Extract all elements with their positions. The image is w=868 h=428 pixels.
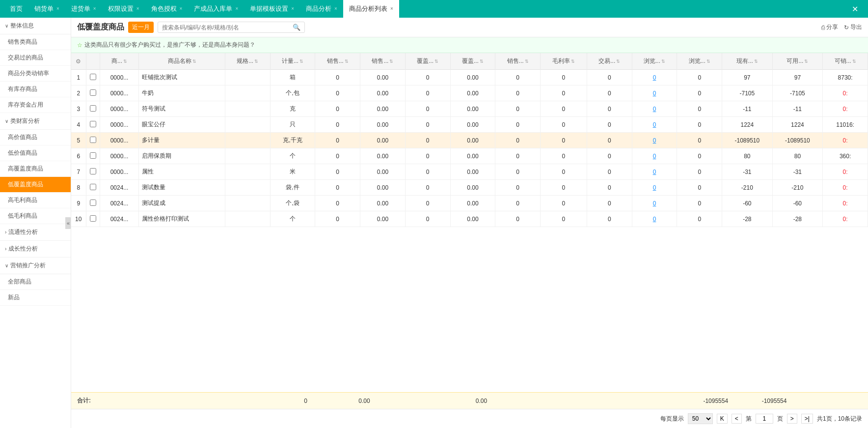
table-row: 8 0024... 测试数量 袋,件 0 0.00 0 0.00 0 0 0 0… [71,180,868,196]
row-spec [225,101,270,117]
row-browse1[interactable]: 0 [632,70,677,86]
close-icon[interactable]: × [235,0,238,18]
close-icon[interactable]: × [291,0,294,18]
close-icon[interactable]: × [93,0,96,18]
row-checkbox[interactable] [86,133,100,148]
unit-col-header[interactable]: 计量...⇅ [270,53,315,70]
sidebar-item-low-gross[interactable]: 低毛利商品 [0,208,71,224]
sales3-col-header[interactable]: 销售...⇅ [495,53,541,70]
row-sales3: 0 [495,148,541,164]
spec-col-header[interactable]: 规格...⇅ [225,53,270,70]
code-col-header[interactable]: 商...⇅ [100,53,139,70]
close-icon[interactable]: × [180,0,183,18]
sidebar-section-abundance[interactable]: ∨ 类财富分析 [0,113,71,130]
sales2-col-header[interactable]: 销售...⇅ [360,53,406,70]
row-browse1[interactable]: 0 [632,164,677,180]
nav-template-settings[interactable]: 单据模板设置 × [244,0,300,18]
nav-product-analysis[interactable]: 商品分析 × [300,0,343,18]
sidebar-collapse-button[interactable]: « [65,217,71,229]
saleable-col-header[interactable]: 可销...⇅ [823,53,868,70]
row-browse1[interactable]: 0 [632,211,677,227]
row-browse1[interactable]: 0 [632,196,677,211]
window-close-button[interactable]: ✕ [846,4,864,14]
row-browse1[interactable]: 0 [632,101,677,117]
nav-product-analysis-list[interactable]: 商品分析列表 × [343,0,399,18]
row-checkbox[interactable] [86,117,100,133]
settings-icon[interactable]: ⚙ [76,58,81,65]
browse1-col-header[interactable]: 浏览...⇅ [632,53,677,70]
share-button[interactable]: ⎙ 分享 [821,23,838,31]
nav-permissions[interactable]: 权限设置 × [102,0,145,18]
close-icon[interactable]: × [390,0,393,18]
row-checkbox[interactable] [86,211,100,227]
sidebar-item-low-coverage[interactable]: 低覆盖度商品 [0,177,71,193]
row-cover2: 0.00 [450,148,495,164]
row-checkbox[interactable] [86,86,100,101]
close-icon[interactable]: × [334,0,337,18]
row-code: 0000... [100,133,139,148]
row-checkbox[interactable] [86,196,100,211]
row-cover2: 0.00 [450,180,495,196]
row-checkbox[interactable] [86,101,100,117]
nav-roles[interactable]: 角色授权 × [145,0,189,18]
sidebar-item-stocked-products[interactable]: 有库存商品 [0,82,71,97]
sidebar-section-marketing[interactable]: ∨ 营销推广分析 [0,257,71,274]
current-col-header[interactable]: 现有...⇅ [722,53,773,70]
footer-spacer1 [101,398,276,404]
search-input[interactable] [162,24,293,31]
settings-col-header[interactable]: ⚙ [71,53,86,70]
nav-purchase[interactable]: 进货单 × [65,0,102,18]
page-number-input[interactable] [756,414,773,424]
sidebar-section-flow[interactable]: › 流通性分析 [0,224,71,241]
row-browse1[interactable]: 0 [632,133,677,148]
trade-col-header[interactable]: 交易...⇅ [587,53,632,70]
row-spec [225,164,270,180]
sidebar-item-high-coverage[interactable]: 高覆盖度商品 [0,161,71,177]
row-browse1[interactable]: 0 [632,117,677,133]
row-browse1[interactable]: 0 [632,180,677,196]
cover2-col-header[interactable]: 覆盖...⇅ [450,53,495,70]
browse2-col-header[interactable]: 浏览...⇅ [677,53,722,70]
row-checkbox[interactable] [86,164,100,180]
row-sales3: 0 [495,70,541,86]
gross-rate-col-header[interactable]: 毛利率⇅ [540,53,587,70]
row-checkbox[interactable] [86,148,100,164]
next-page-button[interactable]: > [787,414,797,424]
sidebar-item-all-products[interactable]: 全部商品 [0,274,71,290]
per-page-select[interactable]: 50 100 200 [688,413,713,424]
row-checkbox[interactable] [86,180,100,196]
info-banner: ☆ 这类商品只有很少客户购买过，是推广不够，还是商品本身问题？ [71,37,868,53]
sidebar-item-high-value[interactable]: 高价值商品 [0,130,71,145]
sidebar-item-sales-products[interactable]: 销售类商品 [0,34,71,50]
row-browse1[interactable]: 0 [632,86,677,101]
sidebar-item-category-turnover[interactable]: 商品分类动销率 [0,66,71,82]
sidebar-item-stock-capital[interactable]: 库存资金占用 [0,97,71,113]
time-filter-button[interactable]: 近一月 [128,22,154,33]
sales1-col-header[interactable]: 销售...⇅ [315,53,360,70]
last-page-button[interactable]: >| [801,414,813,424]
sidebar-item-new-products[interactable]: 新品 [0,290,71,306]
name-col-header[interactable]: 商品名称⇅ [139,53,225,70]
cover1-col-header[interactable]: 覆盖...⇅ [405,53,450,70]
nav-sales[interactable]: 销货单 × [28,0,65,18]
sidebar-item-high-gross[interactable]: 高毛利商品 [0,193,71,208]
sidebar-item-traded-products[interactable]: 交易过的商品 [0,50,71,66]
row-browse1[interactable]: 0 [632,148,677,164]
row-saleable: 360: [823,148,868,164]
available-col-header[interactable]: 可用...⇅ [772,53,823,70]
export-button[interactable]: ↻ 导出 [844,23,862,31]
close-icon[interactable]: × [56,0,59,18]
prev-page-button[interactable]: < [732,414,742,424]
nav-home[interactable]: 首页 [4,0,28,18]
sidebar-section-growth[interactable]: › 成长性分析 [0,241,71,257]
search-icon[interactable]: 🔍 [293,24,300,31]
nav-finished-goods[interactable]: 产成品入库单 × [188,0,244,18]
sidebar-section-overall[interactable]: ∨ 整体信息 [0,18,71,34]
first-page-button[interactable]: K [717,414,728,424]
row-checkbox[interactable] [86,70,100,86]
row-cover2: 0.00 [450,196,495,211]
sidebar-item-low-value[interactable]: 低价值商品 [0,145,71,161]
row-spec [225,117,270,133]
close-icon[interactable]: × [136,0,139,18]
row-spec [225,148,270,164]
